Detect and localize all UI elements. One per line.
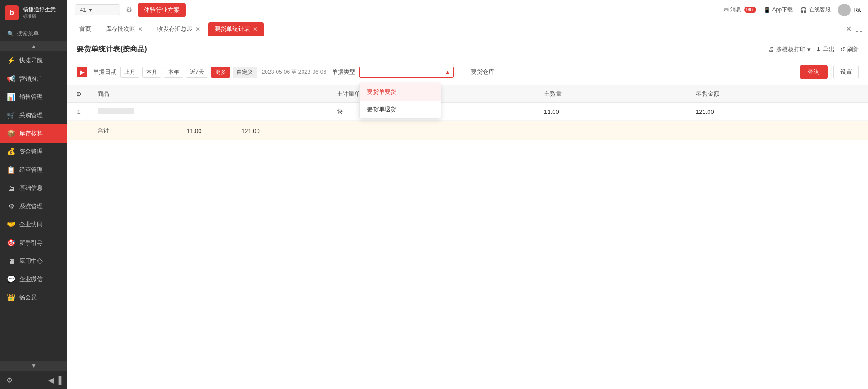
- sidebar-item-finance[interactable]: 💰资金管理: [0, 143, 67, 161]
- print-arrow-icon: ▾: [807, 46, 811, 53]
- footer-spacer: [125, 128, 180, 134]
- refresh-btn[interactable]: ↺ 刷新: [840, 46, 859, 54]
- brand-name: 畅捷通好生意: [23, 6, 56, 14]
- settings-btn[interactable]: 设置: [833, 65, 859, 79]
- date-prev-btn[interactable]: 上月: [120, 67, 139, 78]
- date-7days-btn[interactable]: 近7天: [186, 67, 208, 78]
- product-placeholder: [98, 108, 134, 114]
- page-area: 要货单统计表(按商品) 🖨 按模板打印 ▾ ⬇ 导出 ↺ 刷新 ▶: [67, 38, 868, 389]
- nav-label-system: 系统管理: [19, 202, 43, 210]
- app-icon: 📱: [764, 7, 770, 13]
- date-curr-btn[interactable]: 本月: [142, 67, 161, 78]
- sidebar-item-quick-nav[interactable]: ⚡快捷导航: [0, 51, 67, 70]
- purchase-icon: 🛒: [6, 111, 15, 120]
- expand-window-btn[interactable]: ⛶: [855, 25, 863, 33]
- sidebar-item-marketing[interactable]: 📢营销推广: [0, 70, 67, 88]
- sales-icon: 📊: [6, 92, 15, 102]
- tab-home[interactable]: 首页: [73, 22, 98, 36]
- online-service-btn[interactable]: 🎧 在线客服: [800, 6, 831, 14]
- page-header: 要货单统计表(按商品) 🖨 按模板打印 ▾ ⬇ 导出 ↺ 刷新: [67, 38, 868, 59]
- date-custom-btn[interactable]: 自定义: [233, 67, 257, 78]
- sidebar-item-wechat[interactable]: 💬企业微信: [0, 270, 67, 288]
- date-more-btn[interactable]: 更多: [211, 67, 230, 78]
- tab-batch-inventory[interactable]: 库存批次账✕: [99, 22, 149, 36]
- trial-btn[interactable]: 体验行业方案: [138, 3, 186, 17]
- nav-label-operations: 经营管理: [19, 166, 43, 174]
- sidebar-footer: ⚙ ◀ ▐: [0, 371, 67, 389]
- basics-icon: 🗂: [6, 184, 15, 193]
- sidebar-item-system[interactable]: ⚙系统管理: [0, 197, 67, 215]
- nav-label-basics: 基础信息: [19, 184, 43, 192]
- app-center-icon: 🖥: [6, 256, 15, 266]
- col-quantity: 主数量: [537, 85, 688, 103]
- tab-close-receive-summary[interactable]: ✕: [195, 26, 200, 32]
- service-icon: 🎧: [800, 7, 807, 13]
- sidebar-nav: ⚡快捷导航📢营销推广📊销售管理🛒采购管理📦库存核算💰资金管理📋经营管理🗂基础信息…: [0, 51, 67, 361]
- nav-label-inventory: 库存核算: [19, 129, 43, 138]
- brand-sub: 标准版: [23, 13, 56, 20]
- table-body: 1 块 11.00 121.00: [67, 103, 868, 121]
- inventory-icon: 📦: [6, 129, 15, 138]
- print-btn[interactable]: 🖨 按模板打印 ▾: [768, 46, 811, 54]
- gear-icon[interactable]: ⚙: [126, 5, 132, 14]
- nav-label-members: 畅会员: [19, 293, 37, 302]
- sidebar-scroll-down[interactable]: ▼: [0, 361, 67, 371]
- table-row: 1 块 11.00 121.00: [67, 103, 868, 121]
- sidebar-item-sales[interactable]: 📊销售管理: [0, 88, 67, 106]
- sidebar-item-guide[interactable]: 🎯新手引导: [0, 234, 67, 252]
- doc-type-input[interactable]: [359, 67, 454, 78]
- col-settings[interactable]: ⚙: [67, 85, 90, 103]
- dropdown-item-order-request[interactable]: 要货单要货: [360, 83, 441, 101]
- nav-label-guide: 新手引导: [19, 239, 43, 247]
- collapse-icon[interactable]: ◀ ▐: [48, 376, 61, 384]
- close-window-btn[interactable]: ✕: [846, 25, 852, 33]
- dropdown-item-order-return[interactable]: 要货单退货: [360, 101, 441, 118]
- warehouse-input[interactable]: [496, 67, 578, 77]
- guide-icon: 🎯: [6, 238, 15, 247]
- topbar-left: 41 ▾ ⚙ 体验行业方案: [75, 3, 186, 17]
- filter-toggle-btn[interactable]: ▶: [77, 67, 87, 77]
- sidebar-scroll-up[interactable]: ▲: [0, 41, 67, 51]
- tab-close-order-stats[interactable]: ✕: [253, 26, 257, 32]
- org-value: 41: [80, 6, 86, 13]
- col-product: 商品: [90, 85, 329, 103]
- sidebar-item-operations[interactable]: 📋经营管理: [0, 161, 67, 179]
- nav-label-sales: 销售管理: [19, 93, 43, 101]
- finance-icon: 💰: [6, 147, 15, 156]
- sidebar-item-app-center[interactable]: 🖥应用中心: [0, 252, 67, 270]
- sidebar-item-enterprise[interactable]: 🤝企业协同: [0, 215, 67, 234]
- sidebar-search[interactable]: 🔍 搜索菜单: [0, 26, 67, 41]
- tab-label-batch-inventory: 库存批次账: [106, 25, 135, 33]
- sidebar-item-members[interactable]: 👑畅会员: [0, 288, 67, 307]
- cell-amount[interactable]: 121.00: [688, 103, 868, 121]
- date-btns: 上月 本月 本年 近7天 更多 自定义: [120, 67, 257, 78]
- nav-label-quick-nav: 快捷导航: [19, 56, 43, 65]
- date-year-btn[interactable]: 本年: [164, 67, 183, 78]
- user-name: Rit: [853, 6, 861, 13]
- topbar-org-dropdown[interactable]: 41 ▾: [75, 4, 120, 15]
- messages-btn[interactable]: ✉ 消息 99+: [724, 6, 756, 14]
- sidebar-item-basics[interactable]: 🗂基础信息: [0, 179, 67, 197]
- nav-label-purchase: 采购管理: [19, 111, 43, 119]
- user-menu[interactable]: Rit: [838, 4, 861, 16]
- table-settings-icon[interactable]: ⚙: [76, 91, 82, 97]
- query-btn[interactable]: 查询: [800, 65, 828, 79]
- cell-quantity[interactable]: 11.00: [537, 103, 688, 121]
- quick-nav-icon: ⚡: [6, 56, 15, 65]
- sidebar-item-inventory[interactable]: 📦库存核算: [0, 124, 67, 143]
- app-download-btn[interactable]: 📱 App下载: [764, 6, 793, 14]
- print-icon: 🖨: [768, 46, 774, 53]
- col-amount: 零售金额: [688, 85, 868, 103]
- footer-quantity: 11.00: [180, 128, 234, 134]
- table-footer: 合计 11.00 121.00: [67, 121, 868, 140]
- settings-icon[interactable]: ⚙: [6, 376, 13, 384]
- dropdown-arrow-icon: ▾: [89, 6, 92, 13]
- tab-close-batch-inventory[interactable]: ✕: [138, 26, 143, 32]
- tab-receive-summary[interactable]: 收发存汇总表✕: [151, 22, 206, 36]
- export-btn[interactable]: ⬇ 导出: [816, 46, 835, 54]
- sidebar-item-purchase[interactable]: 🛒采购管理: [0, 106, 67, 124]
- doc-type-more-btn[interactable]: ···: [459, 68, 465, 76]
- members-icon: 👑: [6, 293, 15, 302]
- tab-order-stats[interactable]: 要货单统计表✕: [208, 22, 264, 36]
- sidebar: b 畅捷通好生意 标准版 🔍 搜索菜单 ▲ ⚡快捷导航📢营销推广📊销售管理🛒采购…: [0, 0, 67, 389]
